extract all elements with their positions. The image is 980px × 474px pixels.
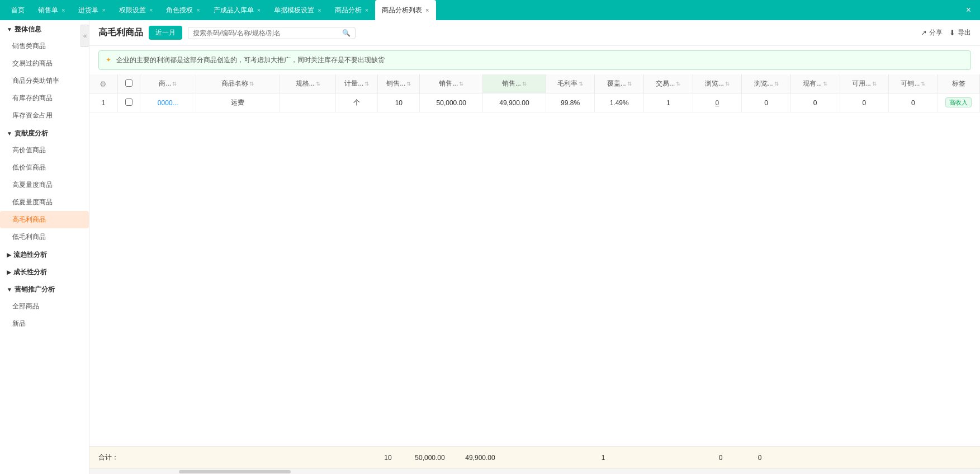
sidebar-group-contribution[interactable]: ▼ 贡献度分析 <box>0 124 89 142</box>
sort-icon-spec: ⇅ <box>316 81 320 87</box>
main-container: « ▼ 整体信息 销售类商品 交易过的商品 商品分类助销率 有库存的商品 库存资… <box>0 20 980 474</box>
sort-icon-sales-qty: ⇅ <box>406 81 411 87</box>
col-code: 商... ⇅ <box>140 74 196 93</box>
col-browse1: 浏览... ⇅ <box>693 74 742 93</box>
header-actions: ↗ 分享 ⬇ 导出 <box>921 28 971 37</box>
nav-purchase-close[interactable]: × <box>102 7 105 13</box>
nav-template[interactable]: 单据模板设置 × <box>267 0 328 20</box>
col-spec-sort[interactable]: 规格... ⇅ <box>296 79 320 88</box>
search-icon[interactable]: 🔍 <box>342 29 351 37</box>
sidebar-item-traded-goods[interactable]: 交易过的商品 <box>0 55 89 72</box>
cell-sales-cost: 49,900.00 <box>483 93 546 112</box>
nav-analysis-list-close[interactable]: × <box>425 7 429 13</box>
sidebar-item-low-gross[interactable]: 低毛利商品 <box>0 228 89 246</box>
footer-bar: 合计： 10 50,000.00 49,900.00 1 0 0 <box>89 446 980 468</box>
settings-icon[interactable]: ⚙ <box>100 79 107 88</box>
col-browse1-sort[interactable]: 浏览... ⇅ <box>705 79 730 88</box>
col-stock1-sort[interactable]: 现有... ⇅ <box>803 79 827 88</box>
export-icon: ⬇ <box>949 29 955 37</box>
nav-purchase[interactable]: 进货单 × <box>72 0 112 20</box>
window-close-button[interactable]: × <box>962 5 976 15</box>
sidebar-item-all-goods[interactable]: 全部商品 <box>0 298 89 315</box>
footer-stock2: 0 <box>740 454 779 462</box>
nav-analysis-list[interactable]: 商品分析列表 × <box>375 0 435 20</box>
total-label: 合计： <box>98 453 132 462</box>
col-unit-sort[interactable]: 计量... ⇅ <box>344 79 369 88</box>
nav-roles[interactable]: 角色授权 × <box>159 0 206 20</box>
col-gross-rate-sort[interactable]: 毛利率 ⇅ <box>557 79 583 88</box>
sidebar-item-high-value[interactable]: 高价值商品 <box>0 142 89 159</box>
cell-saleable: 0 <box>889 93 938 112</box>
col-browse2-sort[interactable]: 浏览... ⇅ <box>754 79 779 88</box>
col-saleable-sort[interactable]: 可销... ⇅ <box>901 79 925 88</box>
nav-permissions[interactable]: 权限设置 × <box>112 0 159 20</box>
table-container[interactable]: ⚙ 商... ⇅ 商品名称 <box>89 74 980 446</box>
col-stock2-sort[interactable]: 可用... ⇅ <box>852 79 877 88</box>
nav-sales[interactable]: 销售单 × <box>31 0 72 20</box>
sidebar-group-contribution-arrow: ▼ <box>7 130 12 137</box>
content-header: 高毛利商品 近一月 🔍 ↗ 分享 ⬇ 导出 <box>89 20 980 46</box>
bottom-scrollbar[interactable] <box>89 468 980 474</box>
col-stock2: 可用... ⇅ <box>840 74 889 93</box>
col-seq: ⚙ <box>89 74 117 93</box>
nav-template-close[interactable]: × <box>318 7 321 13</box>
nav-home[interactable]: 首页 <box>4 0 31 20</box>
cell-sales-qty: 10 <box>378 93 420 112</box>
sort-icon-sales-amt: ⇅ <box>459 81 463 87</box>
nav-analysis[interactable]: 商品分析 × <box>328 0 375 20</box>
col-sales-amt: 销售... ⇅ <box>420 74 483 93</box>
footer-sales-qty: 10 <box>371 454 405 462</box>
col-sales-cost-sort[interactable]: 销售... ⇅ <box>502 79 527 88</box>
col-trade: 交易... ⇅ <box>644 74 693 93</box>
share-button[interactable]: ↗ 分享 <box>921 28 943 37</box>
sidebar-group-overall[interactable]: ▼ 整体信息 <box>0 20 89 37</box>
col-name-sort[interactable]: 商品名称 ⇅ <box>221 79 254 88</box>
nav-warehouse-close[interactable]: × <box>257 7 261 13</box>
sidebar-item-in-stock[interactable]: 有库存的商品 <box>0 90 89 107</box>
sidebar-group-growth-arrow: ▶ <box>7 269 11 275</box>
nav-roles-close[interactable]: × <box>196 7 200 13</box>
search-input[interactable] <box>193 29 342 37</box>
nav-sales-close[interactable]: × <box>61 7 65 13</box>
sidebar-group-growth[interactable]: ▶ 成长性分析 <box>0 263 89 280</box>
sidebar-group-trend[interactable]: ▶ 流趋性分析 <box>0 246 89 263</box>
row-checkbox[interactable] <box>125 98 132 106</box>
sidebar-item-sales-goods[interactable]: 销售类商品 <box>0 37 89 55</box>
sort-icon-saleable: ⇅ <box>921 81 925 87</box>
cell-name: 运费 <box>196 93 280 112</box>
sort-icon-gross-rate: ⇅ <box>579 81 583 87</box>
sidebar-collapse-button[interactable]: « <box>81 25 89 47</box>
sidebar-group-trend-arrow: ▶ <box>7 252 11 258</box>
cell-tag: 高收入 <box>938 93 979 112</box>
col-trade-sort[interactable]: 交易... ⇅ <box>656 79 680 88</box>
sidebar: « ▼ 整体信息 销售类商品 交易过的商品 商品分类助销率 有库存的商品 库存资… <box>0 20 89 474</box>
sidebar-item-stock-capital[interactable]: 库存资金占用 <box>0 107 89 124</box>
page-title: 高毛利商品 <box>98 27 143 39</box>
sidebar-item-high-summer[interactable]: 高夏量度商品 <box>0 176 89 194</box>
filter-recent-month-button[interactable]: 近一月 <box>149 26 182 40</box>
sidebar-item-low-value[interactable]: 低价值商品 <box>0 159 89 176</box>
col-code-sort[interactable]: 商... ⇅ <box>159 79 177 88</box>
sidebar-item-new-goods[interactable]: 新品 <box>0 315 89 332</box>
cell-code[interactable]: 0000... <box>140 93 196 112</box>
export-button[interactable]: ⬇ 导出 <box>949 28 971 37</box>
sidebar-group-marketing[interactable]: ▼ 营销推广分析 <box>0 280 89 298</box>
sort-icon-code: ⇅ <box>172 81 177 87</box>
nav-warehouse[interactable]: 产成品入库单 × <box>207 0 267 20</box>
col-sales-qty-sort[interactable]: 销售... ⇅ <box>386 79 411 88</box>
cell-browse1[interactable]: 0 <box>693 93 742 112</box>
col-sales-qty: 销售... ⇅ <box>378 74 420 93</box>
nav-analysis-close[interactable]: × <box>365 7 368 13</box>
col-name: 商品名称 ⇅ <box>196 74 280 93</box>
cell-unit: 个 <box>336 93 378 112</box>
col-cover-sort[interactable]: 覆盖... ⇅ <box>607 79 632 88</box>
sidebar-item-low-summer[interactable]: 低夏量度商品 <box>0 194 89 211</box>
sort-icon-stock1: ⇅ <box>823 81 827 87</box>
nav-permissions-close[interactable]: × <box>149 7 153 13</box>
select-all-checkbox[interactable] <box>125 79 132 87</box>
col-sales-amt-sort[interactable]: 销售... ⇅ <box>439 79 463 88</box>
cell-checkbox[interactable] <box>117 93 140 112</box>
sidebar-item-high-gross[interactable]: 高毛利商品 <box>0 211 89 228</box>
cell-gross-rate: 99.8% <box>546 93 595 112</box>
sidebar-item-category-rate[interactable]: 商品分类助销率 <box>0 72 89 90</box>
